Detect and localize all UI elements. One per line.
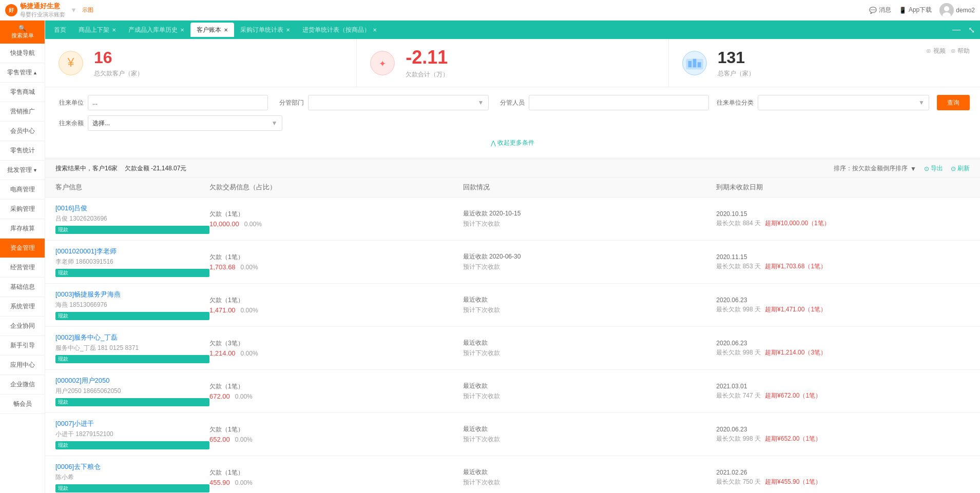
customer-tag: 现款 (55, 355, 209, 363)
sidebar-item-retail-stat[interactable]: 零售统计 (0, 141, 45, 161)
recovery-info: 最近收款 预计下次收款 (463, 468, 717, 487)
collapse-btn[interactable]: ⋀ 收起更多条件 (55, 136, 970, 150)
collapse-icon: ⋀ (491, 140, 496, 147)
sidebar-item-beginner[interactable]: 新手引导 (0, 336, 45, 356)
due-overdue-link[interactable]: 超期¥10,000.00（1笔） (765, 219, 830, 228)
due-days: 最长欠款 750 天 (716, 478, 761, 486)
tab-purchase-order[interactable]: 采购订单统计表 ✕ (234, 23, 296, 37)
sidebar-item-marketing[interactable]: 营销推广 (0, 102, 45, 122)
sidebar-item-sys-mgmt[interactable]: 系统管理 (0, 297, 45, 317)
category-select[interactable]: ▼ (758, 95, 929, 110)
svg-rect-11 (697, 62, 701, 67)
due-overdue-link[interactable]: 超期¥1,214.00（3笔） (765, 348, 827, 357)
recovery-next: 预计下次收款 (463, 392, 717, 401)
recovery-info: 最近收款 2020-06-30 预计下次收款 (463, 252, 717, 271)
refresh-icon: ⊙ (951, 165, 956, 172)
debt-percent: 0.00% (235, 436, 253, 443)
supplier-input[interactable]: ... (88, 95, 268, 110)
sidebar-item-retail-mgmt[interactable]: 零售管理 ▲ (0, 63, 45, 83)
app-type: 母婴行业演示账套 (20, 11, 65, 18)
search-button[interactable]: 查询 (937, 95, 970, 110)
sidebar-item-member-center[interactable]: 会员中心 (0, 122, 45, 141)
due-date: 2020.11.15 (716, 253, 970, 261)
due-overdue-link[interactable]: 超期¥1,471.00（1笔） (765, 305, 827, 314)
tab-home[interactable]: 首页 (48, 23, 72, 37)
user-menu[interactable]: demo2 (939, 3, 975, 17)
sidebar-item-basic-info[interactable]: 基础信息 (0, 278, 45, 297)
debt-percent: 0.00% (244, 221, 262, 228)
due-overdue-link[interactable]: 超期¥455.90（1笔） (765, 478, 821, 486)
message-label: 消息 (879, 6, 891, 14)
customer-name-link[interactable]: [0007]小进干 (55, 419, 209, 428)
customer-name-link[interactable]: [000002]用户2050 (55, 376, 209, 385)
message-btn[interactable]: 💬 消息 (869, 6, 891, 14)
customer-name-link[interactable]: [0002]服务中心_丁磊 (55, 333, 209, 342)
sidebar-item-inventory[interactable]: 库存核算 (0, 219, 45, 239)
tab-close-icon[interactable]: ✕ (180, 27, 184, 33)
due-date: 2020.06.23 (716, 297, 970, 304)
sort-select[interactable]: 排序：按欠款金额倒序排序 ▼ (834, 164, 916, 173)
sidebar-item-quick-nav[interactable]: 快捷导航 (0, 44, 45, 63)
tab-close-icon[interactable]: ✕ (286, 27, 290, 33)
due-days: 最长欠款 998 天 (716, 348, 761, 357)
customer-tag: 现款 (55, 398, 209, 406)
person-label: 分管人员 (496, 98, 525, 107)
sidebar-item-capital-mgmt[interactable]: 资金管理 (0, 239, 45, 258)
results-bar: 搜索结果中，客户16家 欠款金额 -21,148.07元 排序：按欠款金额倒序排… (45, 160, 980, 178)
overdue-amount-number: -2.11 (406, 47, 449, 68)
tab-close-icon[interactable]: ✕ (373, 27, 377, 33)
tab-customer-account[interactable]: 客户账本 ✕ (190, 23, 234, 37)
sidebar-item-ecom-mgmt[interactable]: 电商管理 (0, 180, 45, 200)
help-btn[interactable]: ⊙ 帮助 (951, 47, 970, 55)
app-icon: 📱 (899, 7, 907, 14)
due-overdue-link[interactable]: 超期¥652.00（1笔） (765, 435, 821, 443)
export-btn[interactable]: ⊙ 导出 (924, 164, 943, 173)
tab-close-icon[interactable]: ✕ (224, 27, 228, 33)
due-info: 2020.10.15 最长欠款 884 天 超期¥10,000.00（1笔） (716, 210, 970, 228)
sidebar-item-biz-mgmt[interactable]: 经营管理 (0, 258, 45, 278)
sidebar-search[interactable]: 🔍 搜索菜单 (0, 21, 45, 44)
tab-expand-btn[interactable]: ⤡ (966, 25, 977, 35)
customer-name-link[interactable]: [0003]畅捷服务尹海燕 (55, 290, 209, 299)
debt-info: 欠款（1笔） 652.00 0.00% (209, 425, 463, 443)
tab-label: 首页 (54, 26, 66, 34)
chevron-down-icon: ▼ (918, 99, 925, 106)
video-btn[interactable]: ⊙ 视频 (926, 47, 945, 55)
debt-amount: 1,471.00 (209, 306, 236, 314)
tab-minimize-btn[interactable]: — (950, 25, 963, 35)
tab-product-history[interactable]: 产成品入库单历史 ✕ (122, 23, 190, 37)
sidebar-item-label: 应用中心 (10, 361, 35, 368)
customer-name-link[interactable]: [0016]吕俊 (55, 204, 209, 213)
sidebar-item-purchase-mgmt[interactable]: 采购管理 (0, 200, 45, 219)
card-total-customers: 131 总客户（家） ⊙ 视频 ⊙ 帮助 (669, 39, 980, 87)
sidebar-item-corp-wechat[interactable]: 企业微信 (0, 375, 45, 395)
avatar (939, 3, 954, 17)
tab-stock-summary[interactable]: 进货单统计表（按商品） ✕ (296, 23, 383, 37)
sidebar-item-corp-coop[interactable]: 企业协同 (0, 317, 45, 336)
logo-icon: 好 (5, 4, 17, 16)
balance-select[interactable]: 选择... ▼ (88, 115, 282, 131)
search-icon: 🔍 (4, 25, 41, 32)
sidebar-item-retail-store[interactable]: 零售商城 (0, 83, 45, 102)
due-date: 2021.02.26 (716, 469, 970, 476)
customer-name-link[interactable]: [0001020001]李老师 (55, 247, 209, 256)
card-info-overdue: 16 总欠款客户（家） (94, 48, 143, 78)
card-icon-money: ¥ (55, 48, 86, 78)
table-row: [0003]畅捷服务尹海燕 海燕 18513066976 现款 欠款（1笔） 1… (45, 284, 980, 327)
app-download-btn[interactable]: 📱 App下载 (899, 6, 932, 14)
amount-text: 欠款金额 -21,148.07元 (125, 165, 187, 172)
refresh-btn[interactable]: ⊙ 刷新 (951, 164, 970, 173)
dept-select[interactable]: ▼ (308, 95, 488, 110)
tab-product-offline[interactable]: 商品上下架 ✕ (72, 23, 122, 37)
sidebar-item-app-center[interactable]: 应用中心 (0, 356, 45, 375)
customer-name-link[interactable]: [0006]去下粮仓 (55, 462, 209, 471)
due-overdue-link[interactable]: 超期¥672.00（1笔） (765, 391, 821, 400)
tab-close-icon[interactable]: ✕ (112, 27, 116, 33)
sort-label: 排序：按欠款金额倒序排序 (834, 164, 908, 173)
due-overdue-link[interactable]: 超期¥1,703.68（1笔） (765, 262, 827, 271)
sidebar-item-batch-mgmt[interactable]: 批发管理 ▼ (0, 161, 45, 180)
person-input[interactable] (529, 95, 709, 110)
sidebar-item-vip-member[interactable]: 畅会员 (0, 395, 45, 414)
recovery-date: 最近收款 (463, 295, 717, 304)
customer-tag: 现款 (55, 441, 209, 449)
